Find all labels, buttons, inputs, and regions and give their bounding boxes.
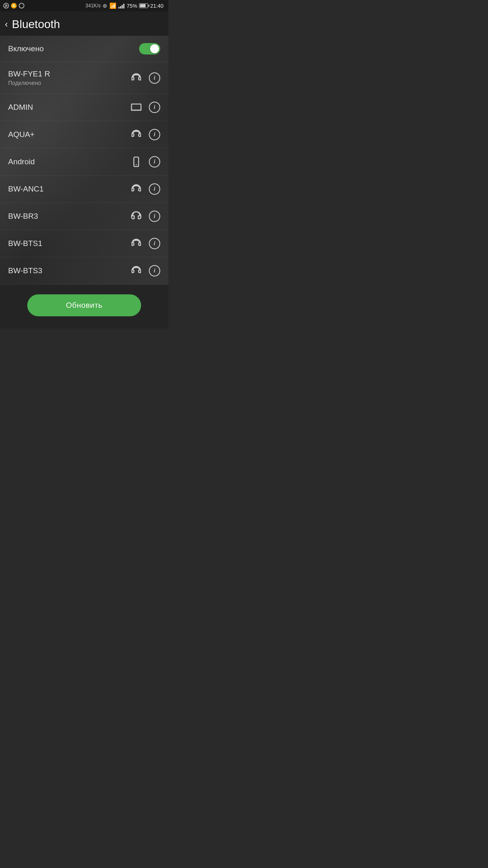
bluetooth-toggle-label: Включено xyxy=(8,44,44,53)
device-actions: i xyxy=(130,72,160,84)
device-actions: i xyxy=(130,265,160,277)
headset-icon xyxy=(130,72,142,84)
list-item[interactable]: Android i xyxy=(0,148,168,176)
device-info: Android xyxy=(8,157,130,166)
header: ‹ Bluetooth xyxy=(0,11,168,36)
device-info: ADMIN xyxy=(8,103,130,112)
phone-icon xyxy=(130,156,142,168)
bluetooth-toggle-row[interactable]: Включено xyxy=(0,36,168,62)
coin-icon: B xyxy=(11,3,17,9)
device-list: BW-FYE1 R Подключено i ADMIN xyxy=(0,62,168,285)
device-info: AQUA+ xyxy=(8,130,130,139)
device-name: BW-BTS3 xyxy=(8,266,130,275)
refresh-button[interactable]: Обновить xyxy=(27,294,141,316)
device-info: BW-FYE1 R Подключено xyxy=(8,70,130,86)
list-item[interactable]: BW-BTS1 i xyxy=(0,230,168,257)
device-info: BW-BTS1 xyxy=(8,239,130,248)
info-icon[interactable]: i xyxy=(149,102,160,113)
device-name: AQUA+ xyxy=(8,130,130,139)
play-icon xyxy=(3,3,9,9)
device-info: BW-BR3 xyxy=(8,212,130,221)
info-icon[interactable]: i xyxy=(149,156,160,168)
info-icon[interactable]: i xyxy=(149,265,160,276)
device-name: ADMIN xyxy=(8,103,130,112)
device-actions: i xyxy=(130,156,160,168)
info-icon[interactable]: i xyxy=(149,238,160,249)
device-name: BW-FYE1 R xyxy=(8,70,130,78)
info-icon[interactable]: i xyxy=(149,129,160,140)
headset-icon xyxy=(130,237,142,250)
status-right-icons: 341K/s ⊕ 📶 75% 21:40 xyxy=(85,2,163,9)
list-item[interactable]: BW-BTS3 i xyxy=(0,257,168,285)
back-button[interactable]: ‹ xyxy=(5,19,8,30)
device-name: BW-BR3 xyxy=(8,212,130,221)
list-item[interactable]: BW-ANC1 i xyxy=(0,176,168,203)
device-status: Подключено xyxy=(8,80,130,86)
signal-bars xyxy=(118,3,124,9)
page-title: Bluetooth xyxy=(12,18,60,31)
battery-percent: 75% xyxy=(126,3,137,9)
status-bar: B 341K/s ⊕ 📶 75% 21:40 xyxy=(0,0,168,11)
info-icon[interactable]: i xyxy=(149,72,160,84)
headset-icon xyxy=(130,128,142,141)
device-info: BW-BTS3 xyxy=(8,266,130,275)
device-actions: i xyxy=(130,183,160,195)
clock: 21:40 xyxy=(150,3,163,9)
list-item[interactable]: AQUA+ i xyxy=(0,121,168,148)
headset-icon xyxy=(130,183,142,195)
content-area: Включено BW-FYE1 R Подключено i ADMIN xyxy=(0,36,168,285)
headphone-icon xyxy=(130,210,142,222)
status-left-icons: B xyxy=(3,3,24,9)
globe-icon xyxy=(19,3,24,9)
bluetooth-status-icon: ⊕ xyxy=(102,2,107,9)
list-item[interactable]: BW-BR3 i xyxy=(0,203,168,230)
wifi-icon: 📶 xyxy=(109,2,116,9)
info-icon[interactable]: i xyxy=(149,211,160,222)
battery-icon xyxy=(139,3,148,8)
svg-rect-0 xyxy=(131,104,141,110)
device-actions: i xyxy=(130,101,160,113)
device-name: BW-BTS1 xyxy=(8,239,130,248)
headset-icon xyxy=(130,265,142,277)
device-info: BW-ANC1 xyxy=(8,185,130,194)
info-icon[interactable]: i xyxy=(149,183,160,195)
list-item[interactable]: ADMIN i xyxy=(0,94,168,121)
device-actions: i xyxy=(130,237,160,250)
device-actions: i xyxy=(130,210,160,222)
bluetooth-toggle-switch[interactable] xyxy=(139,43,160,54)
network-speed: 341K/s xyxy=(85,3,100,9)
device-actions: i xyxy=(130,128,160,141)
list-item[interactable]: BW-FYE1 R Подключено i xyxy=(0,62,168,94)
device-name: BW-ANC1 xyxy=(8,185,130,194)
device-name: Android xyxy=(8,157,130,166)
bottom-area: Обновить xyxy=(0,285,168,328)
laptop-icon xyxy=(130,101,142,113)
